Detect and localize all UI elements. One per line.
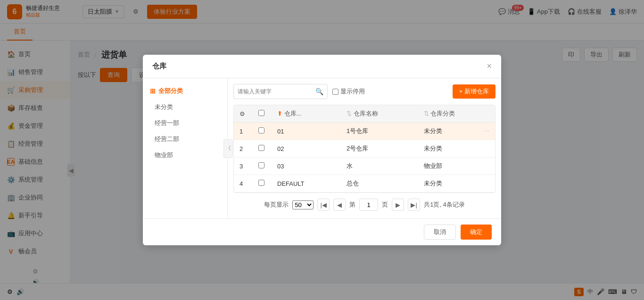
row-category: 物业部 bbox=[418, 158, 495, 175]
row-checkbox-cell bbox=[253, 175, 272, 192]
next-page-btn[interactable]: ▶ bbox=[392, 199, 404, 211]
category-all-label: 全部分类 bbox=[158, 87, 183, 95]
settings-col-icon: ⚙ bbox=[239, 110, 245, 117]
category-dept2-label: 经营二部 bbox=[155, 135, 179, 142]
row-checkbox-cell bbox=[253, 140, 272, 158]
col-code-label: 仓库... bbox=[284, 110, 302, 117]
modal-body: ⊞ 全部分类 未分类 经营一部 经营二部 物业部 《 bbox=[143, 78, 501, 218]
page-size-select[interactable]: 50 100 bbox=[292, 200, 314, 209]
sort-icon-name: ⇅ bbox=[347, 110, 352, 117]
row-category: 未分类 ··· bbox=[418, 123, 495, 140]
col-name: ⇅ 仓库名称 bbox=[341, 105, 418, 123]
page-goto-label: 第 bbox=[349, 200, 355, 209]
last-page-btn[interactable]: ▶| bbox=[408, 199, 420, 211]
row-checkbox[interactable] bbox=[258, 127, 264, 133]
confirm-button[interactable]: 确定 bbox=[461, 225, 492, 240]
panel-collapse-btn[interactable]: 《 bbox=[223, 139, 233, 158]
col-code: ⬆ 仓库... bbox=[272, 105, 341, 123]
modal-toolbar: 🔍 显示停用 + 新增仓库 bbox=[233, 84, 495, 99]
categories-panel: ⊞ 全部分类 未分类 经营一部 经营二部 物业部 《 bbox=[143, 78, 228, 218]
row-category: 未分类 bbox=[418, 175, 495, 192]
row-checkbox[interactable] bbox=[258, 162, 264, 168]
category-dept1-label: 经营一部 bbox=[155, 119, 179, 126]
modal-overlay: 仓库 × ⊞ 全部分类 未分类 经营一部 经营二部 bbox=[0, 0, 644, 300]
row-checkbox-cell bbox=[253, 158, 272, 175]
first-page-btn[interactable]: |◀ bbox=[317, 199, 330, 211]
category-all[interactable]: ⊞ 全部分类 bbox=[143, 83, 227, 99]
show-disabled-checkbox[interactable] bbox=[332, 89, 339, 95]
table-header-row: ⚙ ⬆ 仓库... ⇅ bbox=[234, 105, 495, 123]
modal-header: 仓库 × bbox=[143, 55, 501, 78]
pagination: 每页显示 50 100 |◀ ◀ 第 页 ▶ ▶| 共1页, 4条记录 bbox=[233, 193, 495, 213]
more-btn-0[interactable]: ··· bbox=[484, 127, 489, 134]
category-property[interactable]: 物业部 bbox=[143, 147, 227, 163]
table-panel: 🔍 显示停用 + 新增仓库 ⚙ bbox=[228, 78, 501, 218]
row-checkbox[interactable] bbox=[258, 180, 264, 186]
row-code: 02 bbox=[272, 140, 341, 158]
row-code: DEFAULT bbox=[272, 175, 341, 192]
add-warehouse-button[interactable]: + 新增仓库 bbox=[453, 84, 495, 99]
table-row[interactable]: 2 02 2号仓库 未分类 bbox=[234, 140, 495, 158]
category-uncategorized[interactable]: 未分类 bbox=[143, 99, 227, 115]
show-disabled-label[interactable]: 显示停用 bbox=[332, 87, 365, 96]
page-word-label: 页 bbox=[382, 200, 388, 209]
row-index: 4 bbox=[234, 175, 253, 192]
category-uncategorized-label: 未分类 bbox=[155, 103, 173, 110]
col-category-label: 仓库分类 bbox=[430, 110, 455, 117]
search-icon: 🔍 bbox=[315, 88, 323, 95]
row-name: 2号仓库 bbox=[341, 140, 418, 158]
category-property-label: 物业部 bbox=[155, 151, 173, 158]
search-input[interactable] bbox=[238, 88, 315, 95]
total-info: 共1页, 4条记录 bbox=[424, 200, 465, 209]
warehouse-table: ⚙ ⬆ 仓库... ⇅ bbox=[233, 105, 495, 193]
cancel-button[interactable]: 取消 bbox=[424, 225, 456, 240]
row-index: 1 bbox=[234, 123, 253, 140]
category-dept1[interactable]: 经营一部 bbox=[143, 115, 227, 131]
show-disabled-text: 显示停用 bbox=[340, 87, 365, 96]
col-checkbox bbox=[253, 105, 272, 123]
col-category: ⇅ 仓库分类 bbox=[418, 105, 495, 123]
search-box: 🔍 bbox=[233, 84, 328, 99]
category-dept2[interactable]: 经营二部 bbox=[143, 131, 227, 147]
grid-icon: ⊞ bbox=[150, 87, 156, 95]
page-number-input[interactable] bbox=[359, 199, 378, 211]
col-name-label: 仓库名称 bbox=[354, 110, 378, 117]
modal-close-button[interactable]: × bbox=[487, 61, 492, 71]
row-checkbox[interactable] bbox=[258, 145, 264, 151]
row-name: 1号仓库 bbox=[341, 123, 418, 140]
select-all-checkbox[interactable] bbox=[258, 110, 264, 116]
page-size-label: 每页显示 bbox=[264, 200, 289, 209]
row-name: 水 bbox=[341, 158, 418, 175]
row-checkbox-cell bbox=[253, 123, 272, 140]
sort-icon-code: ⬆ bbox=[277, 110, 282, 117]
row-category: 未分类 bbox=[418, 140, 495, 158]
prev-page-btn[interactable]: ◀ bbox=[333, 199, 346, 211]
row-index: 2 bbox=[234, 140, 253, 158]
col-settings: ⚙ bbox=[234, 105, 253, 123]
table-row[interactable]: 3 03 水 物业部 bbox=[234, 158, 495, 175]
table-row[interactable]: 1 01 1号仓库 未分类 ··· bbox=[234, 123, 495, 140]
row-code: 01 bbox=[272, 123, 341, 140]
table-row[interactable]: 4 DEFAULT 总仓 未分类 bbox=[234, 175, 495, 192]
row-name: 总仓 bbox=[341, 175, 418, 192]
modal-title: 仓库 bbox=[152, 62, 166, 71]
row-index: 3 bbox=[234, 158, 253, 175]
modal-footer: 取消 确定 bbox=[143, 218, 501, 245]
row-code: 03 bbox=[272, 158, 341, 175]
sort-icon-category: ⇅ bbox=[424, 110, 429, 117]
warehouse-modal: 仓库 × ⊞ 全部分类 未分类 经营一部 经营二部 bbox=[143, 55, 501, 245]
